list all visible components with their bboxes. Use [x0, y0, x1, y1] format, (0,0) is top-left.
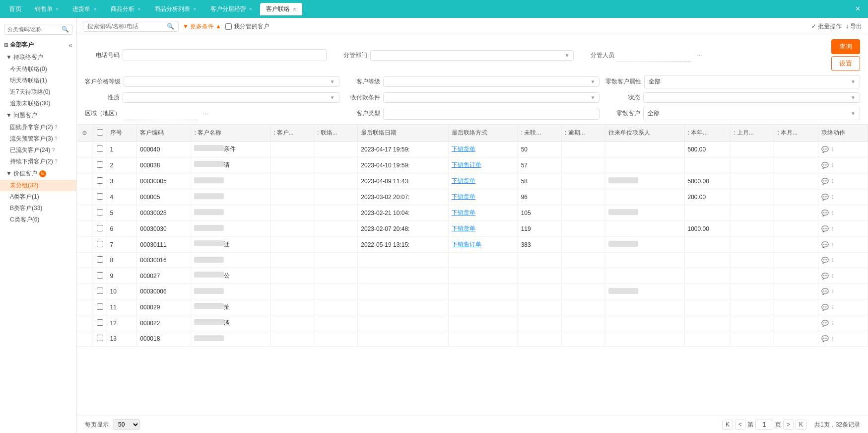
grid-action-icon[interactable]: ⁝ [832, 320, 834, 327]
sidebar-search-input[interactable] [7, 26, 62, 32]
refresh-icon[interactable]: ↻ [39, 170, 46, 177]
nav-tab-analysis[interactable]: 商品分析 × [105, 3, 146, 15]
first-page-btn[interactable]: K [722, 420, 733, 430]
group-pending-header[interactable]: ▼ 待联络客户 [0, 51, 76, 64]
person-dots-icon[interactable]: ··· [695, 52, 704, 59]
message-icon[interactable]: 💬 [821, 225, 829, 232]
table-settings-icon[interactable]: ⚙ [82, 130, 87, 137]
grid-action-icon[interactable]: ⁝ [832, 210, 834, 216]
row-checkbox[interactable] [93, 331, 107, 347]
message-icon[interactable]: 💬 [821, 335, 829, 342]
close-all-button[interactable]: × [852, 4, 864, 13]
scatter-select[interactable]: 全部 ▼ [643, 107, 860, 120]
sidebar-item-tomorrow[interactable]: 明天待联络(1) [0, 75, 76, 86]
sidebar-item-classB[interactable]: B类客户(33) [0, 203, 76, 214]
region-dots-icon[interactable]: ··· [201, 110, 210, 117]
close-customer-mgr-icon[interactable]: × [249, 6, 252, 12]
grid-action-icon[interactable]: ⁝ [832, 304, 834, 311]
sidebar-item-unclassified[interactable]: 未分组(32) [0, 180, 76, 191]
phone-input[interactable] [123, 49, 327, 61]
sidebar-collapse-btn[interactable]: « [68, 41, 72, 49]
sidebar-search-box[interactable]: 🔍 [4, 24, 72, 35]
batch-op-btn[interactable]: ✓ 批量操作 [811, 22, 842, 31]
status-select[interactable]: ▼ [643, 92, 860, 103]
row-checkbox[interactable] [93, 173, 107, 189]
my-customers-check[interactable] [225, 23, 232, 30]
message-icon[interactable]: 💬 [821, 210, 829, 216]
more-conditions-btn[interactable]: ▼ 更多条件 ▲ [183, 22, 221, 31]
row-checkbox[interactable] [93, 142, 107, 157]
row-checkbox[interactable] [93, 189, 107, 205]
customer-type-input[interactable] [383, 108, 600, 120]
last-method-link[interactable]: 下销货单 [452, 145, 475, 152]
sidebar-item-classA[interactable]: A类客户(1) [0, 191, 76, 203]
nav-tab-customer-contact[interactable]: 客户联络 × [260, 3, 302, 15]
person-input[interactable] [617, 49, 692, 62]
payment-select[interactable]: ▼ [383, 92, 600, 103]
group-problem-header[interactable]: ▼ 问题客户 [0, 109, 76, 122]
my-customers-checkbox[interactable]: 我分管的客户 [225, 22, 269, 31]
row-checkbox[interactable] [93, 315, 107, 331]
row-checkbox[interactable] [93, 299, 107, 315]
group-value-header[interactable]: ▼ 价值客户 ↻ [0, 167, 76, 180]
close-analysis-list-icon[interactable]: × [193, 6, 196, 12]
nav-tab-purchase[interactable]: 进货单 × [67, 3, 102, 15]
message-icon[interactable]: 💬 [821, 257, 829, 264]
last-method-link[interactable]: 下销货单 [452, 225, 475, 232]
nature-select[interactable]: ▼ [123, 92, 339, 103]
row-checkbox[interactable] [93, 205, 107, 221]
reset-button[interactable]: 设置 [831, 56, 860, 71]
message-icon[interactable]: 💬 [821, 194, 829, 201]
prev-page-btn[interactable]: < [735, 420, 745, 430]
customer-level-select[interactable]: ▼ [383, 76, 600, 87]
query-button[interactable]: 查询 [831, 39, 860, 54]
export-btn[interactable]: ↓ 导出 [846, 22, 862, 31]
sidebar-item-churn-risk[interactable]: 流失预警客户(3) ? [0, 133, 76, 144]
filter-search-icon[interactable]: 🔍 [167, 23, 174, 30]
message-icon[interactable]: 💬 [821, 320, 829, 327]
row-checkbox[interactable] [93, 268, 107, 284]
sidebar-item-week[interactable]: 近7天待联络(0) [0, 86, 76, 98]
grid-action-icon[interactable]: ⁝ [832, 241, 834, 248]
grid-action-icon[interactable]: ⁝ [832, 162, 834, 169]
grid-action-icon[interactable]: ⁝ [832, 335, 834, 342]
last-page-btn[interactable]: K [796, 420, 806, 430]
last-method-link[interactable]: 下销货单 [452, 177, 475, 184]
price-level-select[interactable]: ▼ [124, 76, 339, 87]
row-checkbox[interactable] [93, 237, 107, 253]
message-icon[interactable]: 💬 [821, 146, 829, 153]
filter-search-box[interactable]: 🔍 [83, 21, 179, 32]
grid-action-icon[interactable]: ⁝ [832, 225, 834, 232]
page-size-select[interactable]: 50 100 200 [113, 419, 140, 430]
message-icon[interactable]: 💬 [821, 273, 829, 280]
grid-action-icon[interactable]: ⁝ [832, 257, 834, 264]
sidebar-item-today[interactable]: 今天待联络(0) [0, 64, 76, 75]
nav-tab-sales[interactable]: 销售单 × [29, 3, 65, 15]
message-icon[interactable]: 💬 [821, 178, 829, 185]
row-checkbox[interactable] [93, 157, 107, 173]
sidebar-item-lost[interactable]: 已流失客户(24) ? [0, 144, 76, 156]
message-icon[interactable]: 💬 [821, 288, 829, 295]
row-checkbox[interactable] [93, 253, 107, 268]
sidebar-search-icon[interactable]: 🔍 [62, 26, 69, 33]
sidebar-item-abnormal[interactable]: 固购异常客户(2) ? [0, 122, 76, 133]
page-input[interactable] [755, 420, 773, 430]
message-icon[interactable]: 💬 [821, 304, 829, 311]
nav-tab-analysis-list[interactable]: 商品分析列表 × [148, 3, 202, 15]
row-checkbox[interactable] [93, 221, 107, 237]
filter-search-input[interactable] [87, 23, 167, 30]
grid-action-icon[interactable]: ⁝ [832, 288, 834, 295]
last-method-link[interactable]: 下销售订单 [452, 241, 481, 248]
close-analysis-icon[interactable]: × [137, 6, 140, 12]
row-checkbox[interactable] [93, 284, 107, 299]
grid-action-icon[interactable]: ⁝ [832, 194, 834, 201]
select-all-checkbox[interactable] [97, 129, 103, 136]
dept-select[interactable]: ▼ [370, 50, 574, 61]
all-customers-header[interactable]: ⊞ 全部客户 « [0, 39, 76, 51]
sidebar-item-overdue[interactable]: 逾期未联络(30) [0, 98, 76, 109]
last-method-link[interactable]: 下销货单 [452, 209, 475, 216]
close-customer-contact-icon[interactable]: × [293, 6, 296, 12]
region-input[interactable] [124, 107, 198, 120]
close-sales-icon[interactable]: × [56, 6, 59, 12]
grid-action-icon[interactable]: ⁝ [832, 273, 834, 280]
